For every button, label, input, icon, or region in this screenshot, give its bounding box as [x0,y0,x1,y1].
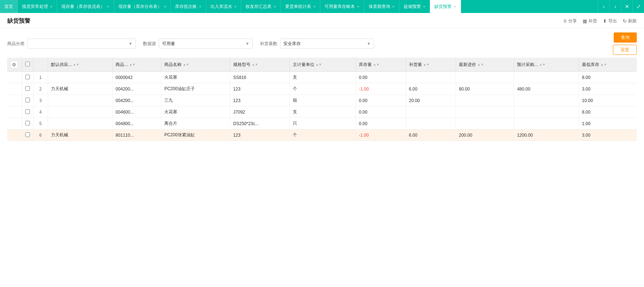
row-gear-cell-3 [7,106,22,118]
nav-tab-7[interactable]: 要货单统计表× [281,0,320,13]
sort-supplier-icon: ▲▼ [73,63,79,66]
table-row: 3004200...三九123箱0.0020.0010.00 [7,95,637,106]
row-checkbox-5[interactable] [25,132,30,137]
row-checkbox-0[interactable] [25,75,30,79]
row-num-1: 2 [33,83,48,95]
th-estimated-purchase[interactable]: 预计采购... ▲▼ [514,58,579,72]
row-checkbox-4[interactable] [25,121,30,125]
th-default-supplier[interactable]: 默认供应... ▲▼ [48,58,113,72]
table-body: 10000042火花塞SS816支0.008.002力天机械004200...P… [7,72,637,141]
replenish-icon: ▦ [583,18,587,24]
row-gear-cell-2 [7,95,22,106]
page-content: 缺货预警 ⎘ 分享 ▦ 补货 ⬆ 导出 ↻ 刷新 商品分类 [0,13,644,287]
th-gear[interactable]: ⚙ [7,58,22,72]
nav-tab-6[interactable]: 收发存汇总表× [241,0,280,13]
table-container: ⚙ 默认供应... ▲▼ 商品. [0,58,644,141]
th-spec[interactable]: 规格型号 ▲▼ [230,58,290,72]
nav-tab-close-3[interactable]: × [164,4,166,9]
nav-tab-2[interactable]: 现存量（库存状况表）× [57,0,114,13]
th-unit[interactable]: 主计量单位 ▲▼ [290,58,356,72]
row-checkbox-3[interactable] [25,109,30,114]
nav-tab-close-9[interactable]: × [392,4,395,9]
replenish-base-chevron-icon: ▼ [367,41,371,46]
refresh-button[interactable]: ↻ 刷新 [623,18,637,24]
category-filter-group: 商品分类 ▼ [7,39,136,49]
product-name-cell-0: 火花塞 [161,72,230,83]
nav-tab-label-7: 要货单统计表 [285,4,311,10]
nav-tab-8[interactable]: 可用量库存账本× [320,0,364,13]
nav-expand-button[interactable]: ⤢ [632,0,644,13]
query-button[interactable]: 查询 [614,32,637,43]
table-row: 2力天机械004200...PC200油缸庄子123个-1.006.0080.0… [7,83,637,95]
nav-tab-9[interactable]: 保质期查询× [364,0,399,13]
category-label: 商品分类 [7,41,25,47]
unit-cell-2: 箱 [290,95,356,106]
nav-tab-close-10[interactable]: × [423,4,425,9]
th-min-stock[interactable]: 最低库存 ▲▼ [579,58,637,72]
replenish-base-value: 安全库存 [283,41,301,47]
nav-tab-close-2[interactable]: × [107,4,109,9]
nav-prev-button[interactable]: ‹ [598,0,609,13]
row-num-3: 4 [33,106,48,118]
nav-tab-close-4[interactable]: × [199,4,201,9]
row-num-4: 5 [33,118,48,129]
nav-tab-3[interactable]: 现存量（库存分布表）× [114,0,171,13]
row-checkbox-1[interactable] [25,86,30,91]
min-stock-cell-5: 3.00 [579,129,637,141]
stock-cell-0: 0.00 [356,72,406,83]
product-code-cell-1: 004200... [113,83,161,95]
th-product-code[interactable]: 商品... ▲▼ [113,58,161,72]
nav-tab-0[interactable]: 首页 [0,0,18,13]
th-stock[interactable]: 库存量 ▲▼ [356,58,406,72]
th-checkbox[interactable] [22,58,33,72]
datasource-value: 可用量 [162,41,175,47]
unit-cell-0: 支 [290,72,356,83]
estimated-purchase-cell-0 [514,72,579,83]
category-select[interactable]: ▼ [27,39,136,49]
estimated-purchase-cell-1: 480.00 [514,83,579,95]
replenish-base-select[interactable]: 安全库存 ▼ [280,39,374,49]
th-product-name[interactable]: 商品名称 ▲▼ [161,58,230,72]
nav-tab-11[interactable]: 缺货预警× [430,0,461,13]
estimated-purchase-cell-2 [514,95,579,106]
row-checkbox-2[interactable] [25,98,30,102]
nav-tab-1[interactable]: 拣货异常处理× [18,0,57,13]
nav-tab-4[interactable]: 库存批次账× [171,0,206,13]
gear-settings-icon[interactable]: ⚙ [10,61,18,69]
nav-tab-close-7[interactable]: × [313,4,316,9]
th-replenish[interactable]: 补货量 ▲▼ [406,58,456,72]
nav-tab-5[interactable]: 出入库流水× [206,0,241,13]
share-button[interactable]: ⎘ 分享 [564,18,577,24]
table-row: 10000042火花塞SS816支0.008.00 [7,72,637,83]
product-code-cell-4: 004800... [113,118,161,129]
nav-tab-10[interactable]: 超储预警× [399,0,430,13]
sort-replenish-icon: ▲▼ [423,63,430,66]
sort-min-stock-icon: ▲▼ [600,63,607,66]
select-all-checkbox[interactable] [25,62,30,66]
min-stock-cell-1: 3.00 [579,83,637,95]
nav-tab-label-1: 拣货异常处理 [22,4,48,10]
nav-tab-label-11: 缺货预警 [434,4,452,10]
settings-button[interactable]: 设置 [613,45,637,55]
th-latest-price[interactable]: 最新进价 ▲▼ [456,58,514,72]
spec-cell-1: 123 [230,83,290,95]
nav-tab-close-8[interactable]: × [357,4,359,9]
nav-tab-close-1[interactable]: × [50,4,52,9]
latest-price-cell-2 [456,95,514,106]
unit-cell-4: 只 [290,118,356,129]
stock-cell-5: -1.00 [356,129,406,141]
nav-tab-label-10: 超储预警 [404,4,421,10]
nav-next-button[interactable]: › [609,0,621,13]
default-supplier-cell-5: 力天机械 [48,129,113,141]
nav-tab-close-11[interactable]: × [454,4,456,9]
row-gear-cell-4 [7,118,22,129]
replenish-button[interactable]: ▦ 补货 [583,18,597,24]
nav-tab-close-6[interactable]: × [274,4,276,9]
nav-close-button[interactable]: ✕ [621,0,632,13]
export-button[interactable]: ⬆ 导出 [603,18,617,24]
nav-tab-close-5[interactable]: × [234,4,236,9]
nav-controls: ‹ › ✕ ⤢ [598,0,644,13]
datasource-select[interactable]: 可用量 ▼ [159,39,253,49]
latest-price-cell-0 [456,72,514,83]
product-code-cell-5: 801110... [113,129,161,141]
